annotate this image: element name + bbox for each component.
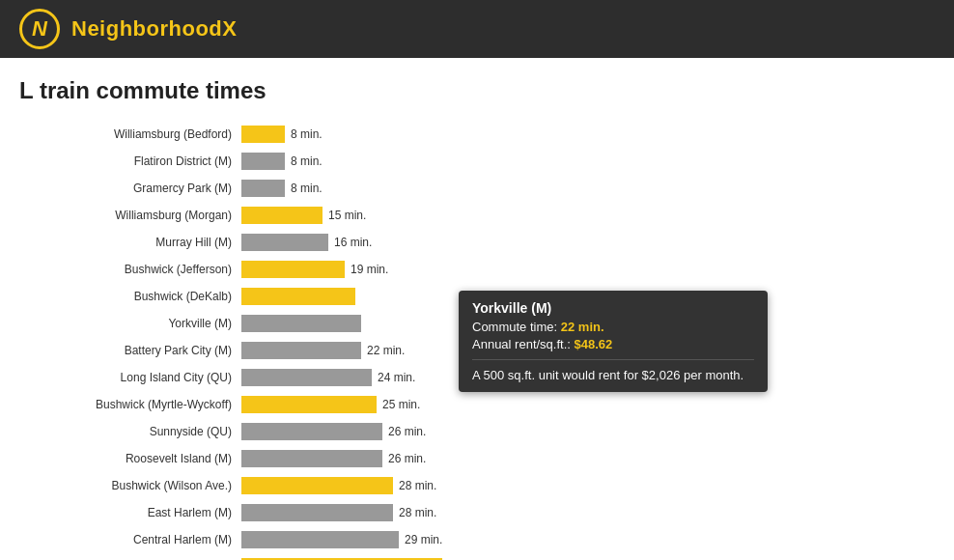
bar-rect[interactable] [241,234,328,251]
bar-value-label: 29 min. [405,533,442,546]
chart-row: Ridgewood (Halsey Street)37 min. [19,554,925,560]
bar-area: 15 min. [241,207,925,224]
bar-area: 26 min. [241,450,925,467]
bar-rect[interactable] [241,342,361,359]
bar-rect[interactable] [241,531,399,548]
tooltip-neighborhood: Yorkville (M) [472,300,754,316]
row-label: Murray Hill (M) [19,236,241,249]
bar-value-label: 8 min. [291,127,323,141]
bar-rect[interactable] [241,288,355,305]
bar-rect[interactable] [241,207,323,224]
bar-area: 26 min. [241,423,925,440]
row-label: Bushwick (DeKalb) [19,290,241,303]
chart-row: Bushwick (Myrtle-Wyckoff)25 min. [19,392,925,417]
chart-row: Williamsburg (Bedford)8 min. [19,122,925,147]
tooltip-rent-label: Annual rent/sq.ft.: [472,337,571,351]
bar-rect[interactable] [241,261,345,278]
bar-area: 19 min. [241,261,925,278]
brand-name: NeighborhoodX [71,16,237,42]
bar-rect[interactable] [241,396,377,413]
bar-area: 8 min. [241,153,925,170]
chart-container: Williamsburg (Bedford)8 min.Flatiron Dis… [19,122,925,560]
bar-value-label: 28 min. [399,506,436,519]
row-label: Roosevelt Island (M) [19,452,241,465]
bar-rect[interactable] [241,315,361,332]
chart-row: Murray Hill (M)16 min. [19,230,925,255]
main-content: L train commute times Williamsburg (Bedf… [0,58,954,560]
tooltip-unit-text: A 500 sq.ft. unit would rent for $2,026 … [472,368,754,382]
logo-icon: N [19,9,60,49]
bar-rect[interactable] [241,126,285,143]
row-label: Williamsburg (Bedford) [19,127,241,141]
row-label: Sunnyside (QU) [19,425,241,438]
bar-area: 25 min. [241,396,925,413]
tooltip-commute: Commute time: 22 min. [472,320,754,334]
chart-row: Bushwick (Jefferson)19 min. [19,257,925,282]
row-label: Gramercy Park (M) [19,182,241,195]
bar-value-label: 24 min. [378,371,415,384]
bar-value-label: 8 min. [291,182,323,195]
tooltip: Yorkville (M) Commute time: 22 min. Annu… [459,291,768,392]
bar-area: 28 min. [241,504,925,521]
bar-area: 8 min. [241,180,925,197]
bar-value-label: 28 min. [399,479,436,492]
chart-row: Sunnyside (QU)26 min. [19,419,925,444]
chart-row: Bushwick (Wilson Ave.)28 min. [19,473,925,498]
row-label: Yorkville (M) [19,317,241,330]
bar-rect[interactable] [241,477,393,494]
chart-row: Central Harlem (M)29 min. [19,527,925,552]
app-header: N NeighborhoodX [0,0,954,58]
tooltip-commute-value: 22 min. [561,320,604,334]
chart-row: Flatiron District (M)8 min. [19,149,925,174]
bar-value-label: 16 min. [334,236,372,249]
bar-area: 8 min. [241,126,925,143]
bar-value-label: 22 min. [367,344,405,357]
bar-rect[interactable] [241,369,372,386]
bar-value-label: 15 min. [328,209,366,222]
bar-value-label: 26 min. [388,452,426,465]
row-label: Long Island City (QU) [19,371,241,384]
row-label: Williamsburg (Morgan) [19,209,241,222]
row-label: Bushwick (Wilson Ave.) [19,479,241,492]
bar-area: 28 min. [241,477,925,494]
bar-rect[interactable] [241,180,285,197]
logo-letter: N [32,16,47,42]
bar-value-label: 19 min. [351,263,388,276]
chart-row: Gramercy Park (M)8 min. [19,176,925,201]
tooltip-rent: Annual rent/sq.ft.: $48.62 [472,337,754,351]
bar-rect[interactable] [241,504,393,521]
bar-area: 16 min. [241,234,925,251]
bar-rect[interactable] [241,423,382,440]
chart-row: Williamsburg (Morgan)15 min. [19,203,925,228]
row-label: Battery Park City (M) [19,344,241,357]
row-label: Flatiron District (M) [19,154,241,168]
row-label: East Harlem (M) [19,506,241,519]
row-label: Bushwick (Myrtle-Wyckoff) [19,398,241,411]
bar-rect[interactable] [241,450,382,467]
bar-rect[interactable] [241,153,285,170]
row-label: Central Harlem (M) [19,533,241,546]
tooltip-commute-label: Commute time: [472,320,557,334]
tooltip-rent-value: $48.62 [575,337,613,351]
chart-row: East Harlem (M)28 min. [19,500,925,525]
chart-title: L train commute times [19,77,925,104]
bar-value-label: 26 min. [388,425,426,438]
bar-value-label: 8 min. [291,154,323,168]
tooltip-divider [472,359,754,360]
row-label: Bushwick (Jefferson) [19,263,241,276]
bar-area: 29 min. [241,531,925,548]
bar-value-label: 25 min. [382,398,420,411]
chart-row: Roosevelt Island (M)26 min. [19,446,925,471]
